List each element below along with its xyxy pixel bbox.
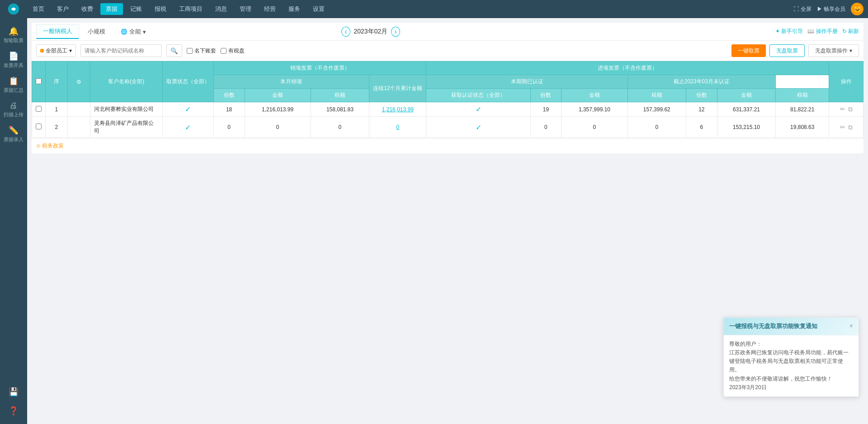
row-period-tax: 0	[627, 117, 686, 138]
row-period-copies: 19	[530, 102, 561, 117]
nav-manage[interactable]: 管理	[234, 3, 257, 15]
row-period-amount: 0	[561, 117, 627, 138]
user-avatar[interactable]: 🐱	[851, 3, 863, 15]
col-sales-amount: 金额	[245, 89, 311, 102]
row-checkbox[interactable]	[36, 124, 42, 129]
row-sales-tax: 0	[311, 117, 369, 138]
no-disk-ops-button[interactable]: 无盘取票操作 ▾	[808, 44, 859, 57]
nav-customer[interactable]: 客户	[52, 3, 74, 15]
tax-disk-checkbox-label[interactable]: 有税盘	[221, 47, 245, 55]
footer-bar: ⊙ 税务政策	[32, 138, 863, 153]
download-icon: 💾	[9, 387, 19, 397]
row-uncert-amount: 631,337.21	[717, 102, 775, 117]
col-sales-copies: 份数	[213, 89, 245, 102]
row-sales-amount: 1,216,013.99	[245, 102, 311, 117]
ops-dropdown-icon: ▾	[849, 48, 852, 54]
nav-settings[interactable]: 设置	[307, 3, 330, 15]
table-row: 1 河北柯赛桦实业有限公司 ✓ 18 1,216,013.99 158,081.…	[32, 102, 863, 117]
col-cert-status: 获取认证状态（全部）	[426, 89, 530, 102]
left-sidebar: 🔔 智能取票 📄 发票开具 📋 票据汇总 🖨 扫描上传 ✏️ 票据录入 💾 ❓	[0, 18, 27, 424]
sidebar-item-download[interactable]: 💾	[7, 383, 20, 400]
search-button[interactable]: 🔍	[166, 44, 182, 57]
col-settings-icon-header: ⚙	[67, 62, 90, 102]
notification-body-text: 尊敬的用户： 江苏政务网已恢复访问电子税务局功能，易代账一键登陆电子税务局与无盘…	[729, 340, 853, 392]
tab-all-label: 全能	[129, 28, 141, 36]
customer-search-input[interactable]	[80, 44, 162, 57]
col-uncert-tax: 税额	[776, 89, 829, 102]
tax-disk-checkbox[interactable]	[221, 48, 226, 54]
top-navigation: 首页 客户 收费 票据 记账 报税 工商项目 消息 管理 经营 服务 设置 ⛶ …	[0, 0, 868, 18]
col-period-copies: 份数	[530, 89, 561, 102]
row-checkbox-cell	[32, 102, 46, 117]
edit-icon[interactable]: ✏	[840, 105, 845, 113]
row-no: 2	[46, 117, 68, 138]
row-cumulative: 1,216,013.99	[369, 102, 426, 117]
row-sales-amount: 0	[245, 117, 311, 138]
row-checkbox[interactable]	[36, 106, 42, 112]
nav-message[interactable]: 消息	[210, 3, 232, 15]
tab-general-taxpayer[interactable]: 一般纳税人	[36, 24, 79, 39]
member-button[interactable]: ▶ 畅享会员	[817, 5, 845, 13]
notification-close-button[interactable]: ×	[849, 322, 853, 329]
employee-select-label: 全部员工	[46, 47, 67, 55]
no-disk-pickup-button[interactable]: 无盘取票	[769, 44, 805, 57]
nav-business[interactable]: 工商项目	[174, 3, 208, 15]
row-sales-copies: 0	[213, 117, 245, 138]
new-guide-button[interactable]: ✦ 新手引导	[775, 28, 803, 35]
sidebar-label-scan-upload: 扫描上传	[4, 111, 24, 118]
col-action-header: 操作	[829, 62, 863, 102]
sidebar-item-help[interactable]: ❓	[7, 402, 20, 419]
notification-header: 一键报税与无盘取票功能恢复通知 ×	[724, 318, 859, 335]
nav-home[interactable]: 首页	[27, 3, 50, 15]
tax-policy-link[interactable]: ⊙ 税务政策	[36, 143, 64, 149]
col-no: 序	[46, 62, 68, 102]
row-checkbox-cell	[32, 117, 46, 138]
sidebar-item-invoice-summary[interactable]: 📋 票据汇总	[0, 72, 27, 97]
row-cumulative: 0	[369, 117, 426, 138]
sidebar-item-invoice-entry[interactable]: ✏️ 票据录入	[0, 122, 27, 147]
tab-small-scale[interactable]: 小规模	[81, 24, 112, 38]
copy-icon[interactable]: ⧉	[848, 105, 853, 113]
sidebar-item-scan-upload[interactable]: 🖨 扫描上传	[0, 97, 27, 122]
col-subgroup-monthly-sales: 本月销项	[213, 75, 369, 89]
sidebar-item-invoice-issue[interactable]: 📄 发票开具	[0, 48, 27, 72]
nav-fee[interactable]: 收费	[76, 3, 99, 15]
row-uncert-copies: 12	[686, 102, 717, 117]
notification-popup: 一键报税与无盘取票功能恢复通知 × 尊敬的用户： 江苏政务网已恢复访问电子税务局…	[723, 317, 859, 397]
tab-all[interactable]: 🌐 全能 ▾	[114, 24, 153, 38]
fullscreen-button[interactable]: ⛶ 全屏	[793, 5, 811, 13]
edit-icon[interactable]: ✏	[840, 124, 845, 131]
nav-tax[interactable]: 报税	[149, 3, 172, 15]
col-group-sales: 销项发票（不含作废票）	[213, 62, 426, 75]
col-subgroup-period-certified: 本期期已认证	[426, 75, 627, 89]
tab-bar-right: ✦ 新手引导 📖 操作手册 ↻ 刷新	[775, 28, 859, 35]
row-uncert-amount: 153,215.10	[717, 117, 775, 138]
smart-pickup-icon: 🔔	[9, 26, 19, 36]
tab-bar: 一般纳税人 小规模 🌐 全能 ▾ ‹ 2023年02月 › ✦ 新手引导 📖 操…	[32, 23, 863, 41]
row-no: 1	[46, 102, 68, 117]
nav-bookkeeping[interactable]: 记账	[125, 3, 147, 15]
nav-operation[interactable]: 经营	[259, 3, 281, 15]
next-month-button[interactable]: ›	[391, 27, 400, 37]
col-customer-name: 客户名称(全部)	[90, 62, 162, 102]
nav-invoice[interactable]: 票据	[100, 3, 123, 15]
nav-service[interactable]: 服务	[283, 3, 306, 15]
col-uncert-amount: 金额	[717, 89, 775, 102]
col-subgroup-uncertified: 截止2023年03月未认证	[627, 75, 776, 89]
one-click-pickup-button[interactable]: 一键取票	[731, 44, 766, 57]
refresh-button[interactable]: ↻ 刷新	[842, 28, 859, 35]
select-all-checkbox[interactable]	[36, 78, 42, 84]
col-uncert-copies: 份数	[686, 89, 717, 102]
sidebar-label-invoice-entry: 票据录入	[4, 136, 24, 143]
account-set-checkbox-label[interactable]: 名下账套	[187, 47, 216, 55]
account-set-checkbox[interactable]	[187, 48, 193, 54]
manual-button[interactable]: 📖 操作手册	[807, 28, 837, 35]
row-cert-status: ✓	[426, 117, 530, 138]
prev-month-button[interactable]: ‹	[341, 27, 350, 37]
copy-icon[interactable]: ⧉	[848, 124, 853, 131]
current-month-label: 2023年02月	[354, 28, 388, 36]
col-cumulative-12m: 连续12个月累计金额	[369, 75, 426, 102]
employee-select[interactable]: 全部员工 ▾	[36, 44, 76, 57]
sidebar-item-smart-pickup[interactable]: 🔔 智能取票	[0, 23, 27, 48]
col-checkbox	[32, 62, 46, 102]
